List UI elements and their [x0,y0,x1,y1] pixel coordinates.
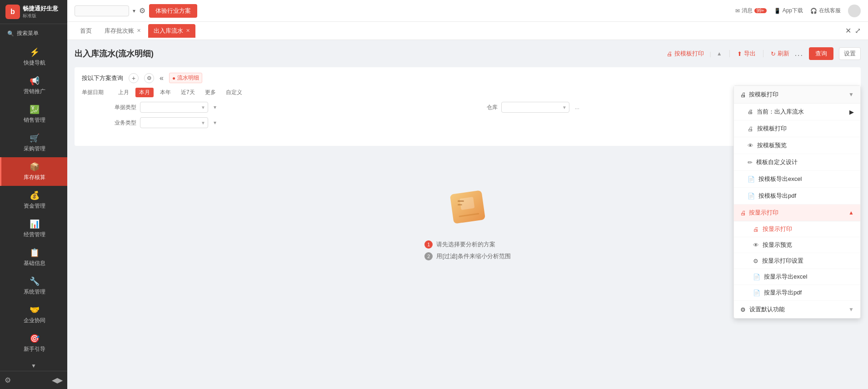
dropdown-display-display-export-excel[interactable]: 📄按显示导出excel [734,269,860,285]
template-section-header[interactable]: 🖨 按模板打印 ▼ [734,86,860,104]
display-section-arrow[interactable]: ▲ [848,209,854,216]
filter-settings-button[interactable]: ⚙ [144,73,154,83]
topbar-search-input[interactable] [75,5,129,16]
dropdown-template-template-print[interactable]: 🖨按模板打印 [734,120,860,137]
message-button[interactable]: ✉ 消息 99+ [735,7,767,15]
empty-step-1: 1 请先选择要分析的方案 [424,240,510,249]
business-more-icon[interactable]: ▾ [214,120,216,126]
warehouse-select[interactable] [501,102,569,113]
sidebar-item-finance[interactable]: 💰资金管理 [0,186,67,214]
dropdown-template-template-preview[interactable]: 👁按模板预览 [734,137,860,154]
sidebar-item-sales[interactable]: 💹销售管理 [0,100,67,129]
doc-type-select[interactable] [140,102,208,113]
template-section-arrow[interactable]: ▼ [848,91,854,98]
filter-collapse-button[interactable]: « [160,74,164,82]
sidebar-item-icon-basics: 📋 [30,248,40,258]
window-buttons: ✕ ⤢ [845,26,861,35]
sidebar-settings-icon[interactable]: ⚙ [5,376,11,384]
tab-close-flow[interactable]: ✕ [186,28,190,34]
sidebar-item-icon-marketing: 📢 [30,76,40,86]
sidebar-search-button[interactable]: 🔍 搜索菜单 [5,28,63,39]
sidebar-item-purchase[interactable]: 🛒采购管理 [0,129,67,157]
printer-section-icon: 🖨 [740,91,746,98]
app-download-button[interactable]: 📱 App下载 [774,7,803,15]
sidebar-item-label-sales: 销售管理 [24,116,45,124]
date-tab-last_month[interactable]: 上月 [115,88,133,97]
business-type-select[interactable] [140,117,208,128]
sidebar-item-icon-cooperation: 🤝 [30,305,40,315]
sidebar-scroll-down[interactable]: ▼ [31,363,36,369]
set-default-button[interactable]: ⚙ 设置默认功能 ▼ [734,301,860,318]
filter-gear-icon: ⚙ [147,75,152,81]
message-icon: ✉ [735,8,740,14]
sidebar-collapse-icon[interactable]: ◀▶ [52,376,63,384]
filter-add-button[interactable]: + [129,73,139,83]
tab-home[interactable]: 首页 [75,24,97,38]
refresh-button[interactable]: ↻ 刷新 [771,50,789,58]
warehouse-more-icon[interactable]: ... [575,104,579,110]
trial-button[interactable]: 体验行业方案 [149,4,197,18]
expand-window-button[interactable]: ⤢ [855,26,861,35]
online-service-button[interactable]: 🎧 在线客服 [810,7,841,15]
topbar-gear-icon[interactable]: ⚙ [139,6,145,15]
sidebar-item-icon-system: 🔧 [30,276,40,286]
sidebar-item-guide[interactable]: 🎯新手引导 [0,329,67,358]
settings-button[interactable]: 设置 [839,47,861,60]
sidebar-item-cooperation[interactable]: 🤝企业协同 [0,300,67,329]
current-template-item[interactable]: 🖨 当前：出入库流水 ▶ [734,104,860,120]
export-button[interactable]: ⬆ 导出 [737,50,756,58]
print-template-button[interactable]: 🖨 按模板打印 [667,50,704,58]
date-tab-last_7days[interactable]: 近7天 [177,88,199,97]
sidebar-item-label-guide: 新手引导 [24,345,45,353]
page-title: 出入库流水(流水明细) [75,48,154,59]
display-section-title: 🖨 按显示打印 [740,209,778,217]
display-label-display-settings: 按显示打印设置 [762,257,803,265]
topbar: ▾ ⚙ 体验行业方案 ✉ 消息 99+ 📱 App下载 🎧 在线客服 [67,0,868,22]
date-tab-this_month[interactable]: 本月 [135,88,154,97]
step-1-number: 1 [424,240,433,249]
date-tab-this_year[interactable]: 本年 [156,88,175,97]
sidebar-item-label-cooperation: 企业协同 [24,317,45,324]
sidebar-item-label-operations: 经营管理 [24,231,45,239]
footer-arrow: ▼ [848,306,854,313]
dropdown-icon-template-export-excel: 📄 [748,176,755,183]
sidebar-bottom: ⚙ ◀▶ [0,371,67,389]
dropdown-label-template-preview: 按模板预览 [757,141,787,150]
user-avatar[interactable] [848,5,861,17]
sidebar-item-inventory[interactable]: 📦库存核算 [0,157,67,186]
dropdown-template-template-export-excel[interactable]: 📄按模板导出excel [734,171,860,188]
dropdown-display-display-export-pdf[interactable]: 📄按显示导出pdf [734,285,860,301]
dropdown-icon-template-preview: 👁 [748,142,753,149]
empty-illustration [445,188,490,233]
date-tab-more[interactable]: 更多 [201,88,219,97]
query-button[interactable]: 查询 [809,47,833,60]
tab-batch[interactable]: 库存批次账✕ [99,24,146,38]
date-tab-custom[interactable]: 自定义 [222,88,246,97]
dropdown-display-display-preview[interactable]: 👁按显示预览 [734,237,860,253]
sidebar-item-system[interactable]: 🔧系统管理 [0,272,67,300]
more-actions-dots[interactable]: ... [795,50,803,58]
sidebar-item-quick-nav[interactable]: ⚡快捷导航 [0,43,67,71]
dropdown-display-display-print[interactable]: 🖨按显示打印 [734,221,860,237]
sidebar-item-icon-operations: 📊 [30,219,40,229]
topbar-dropdown-icon[interactable]: ▾ [133,8,135,14]
doc-type-more-icon[interactable]: ▾ [214,104,216,110]
tab-label-flow: 出入库流水 [154,27,183,35]
dropdown-template-template-design[interactable]: ✏模板自定义设计 [734,154,860,171]
active-filter-tag[interactable]: ● 流水明细 [169,73,202,83]
tab-flow[interactable]: 出入库流水✕ [148,24,195,38]
display-icon-display-preview: 👁 [753,242,759,249]
sidebar-item-app-center[interactable]: 🔲应用中心 [0,358,67,361]
app-brand-name: 畅捷通好生意 [23,5,58,13]
sidebar-item-operations[interactable]: 📊经营管理 [0,214,67,243]
display-section-header[interactable]: 🖨 按显示打印 ▲ [734,204,860,221]
dropdown-template-template-export-pdf[interactable]: 📄按模板导出pdf [734,188,860,204]
display-icon-display-print: 🖨 [753,226,759,233]
sidebar-search-area[interactable]: 🔍 搜索菜单 [0,24,67,43]
sidebar-item-basics[interactable]: 📋基础信息 [0,243,67,272]
sidebar-item-marketing[interactable]: 📢营销推广 [0,71,67,100]
content-area: 出入库流水(流水明细) 🖨 按模板打印 | ▲ ⬆ 导出 ↻ [67,40,868,389]
close-window-button[interactable]: ✕ [845,26,851,35]
tab-close-batch[interactable]: ✕ [137,28,141,34]
dropdown-display-display-settings[interactable]: ⚙按显示打印设置 [734,253,860,269]
